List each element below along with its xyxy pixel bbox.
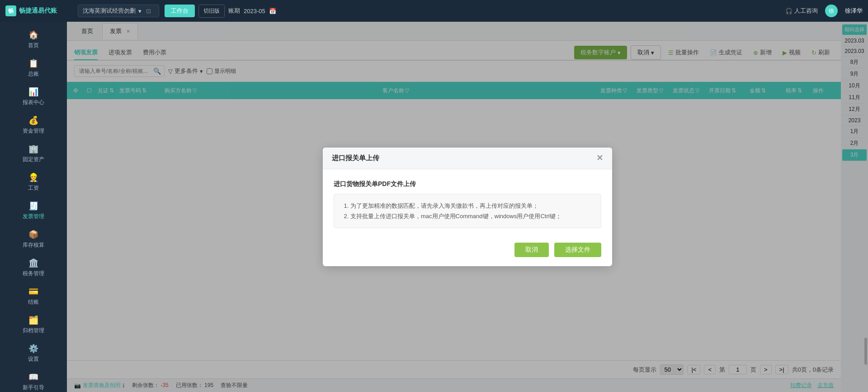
- payroll-icon: 👷: [28, 172, 38, 182]
- settings-icon: ⚙️: [28, 344, 38, 354]
- sidebar-label-funds: 资金管理: [23, 127, 44, 135]
- sidebar-label-inventory: 库存核算: [23, 241, 44, 249]
- sidebar-item-inventory[interactable]: 📦 库存核算: [0, 225, 67, 253]
- top-bar-actions: 工作台 切旧版 账期 2023-05 📅: [165, 5, 276, 18]
- dialog-info-box: 为了更加精准的数据匹配，请先录入海关缴款书，再上传对应的报关单； 支持批量上传进…: [334, 194, 601, 229]
- sidebar-label-archive: 归档管理: [23, 327, 44, 335]
- switch-old-button[interactable]: 切旧版: [198, 5, 225, 18]
- period-label: 账期: [228, 7, 240, 15]
- sidebar-item-settings[interactable]: ⚙️ 设置: [0, 339, 67, 368]
- headset-icon: 🎧: [785, 8, 793, 14]
- dialog-title: 进口报关单上传: [332, 154, 379, 163]
- dialog-footer: 取消 选择文件: [323, 235, 612, 266]
- copy-icon: ⊡: [146, 8, 151, 14]
- dialog-header: 进口报关单上传 ✕: [323, 148, 612, 169]
- sidebar-item-payroll[interactable]: 👷 工资: [0, 168, 67, 196]
- user-avatar: 徐: [825, 5, 838, 17]
- app-logo: 畅 畅捷通易代账: [5, 5, 72, 16]
- dialog-info-item-0: 为了更加精准的数据匹配，请先录入海关缴款书，再上传对应的报关单；: [350, 201, 594, 211]
- ledger-icon: 📋: [28, 58, 38, 68]
- support-label[interactable]: 🎧 人工咨询: [785, 7, 818, 15]
- top-bar-right: 🎧 人工咨询 徐 徐泽华: [785, 5, 863, 17]
- period-display: 账期 2023-05 📅: [228, 7, 276, 15]
- inventory-icon: 📦: [28, 229, 38, 239]
- company-selector[interactable]: 沈海英测试经营勿删 ▾ ⊡: [78, 5, 159, 17]
- sidebar-label-tax: 税务管理: [23, 270, 44, 277]
- import-customs-dialog: 进口报关单上传 ✕ 进口货物报关单PDF文件上传 为了更加精准的数据匹配，请先录…: [323, 148, 612, 267]
- tax-icon: 🏛️: [28, 258, 38, 268]
- sidebar-item-ledger[interactable]: 📋 总账: [0, 54, 67, 82]
- period-value: 2023-05: [244, 8, 265, 14]
- sidebar-item-guide[interactable]: 📖 新手引导: [0, 368, 67, 392]
- funds-icon: 💰: [28, 115, 38, 125]
- sidebar-item-assets[interactable]: 🏢 固定资产: [0, 139, 67, 168]
- dialog-body-title: 进口货物报关单PDF文件上传: [334, 180, 601, 188]
- close-accounts-icon: 💳: [28, 287, 38, 296]
- app-name: 畅捷通易代账: [19, 7, 57, 15]
- sidebar: 🏠 首页 📋 总账 📊 报表中心 💰 资金管理 🏢 固定资产 👷 工资 🧾 发票…: [0, 22, 67, 392]
- guide-icon: 📖: [28, 372, 38, 382]
- sidebar-item-home[interactable]: 🏠 首页: [0, 25, 67, 54]
- sidebar-item-archive[interactable]: 🗂️ 归档管理: [0, 311, 67, 339]
- dialog-close-button[interactable]: ✕: [596, 154, 603, 162]
- dialog-body: 进口货物报关单PDF文件上传 为了更加精准的数据匹配，请先录入海关缴款书，再上传…: [323, 169, 612, 236]
- calendar-icon: 📅: [269, 8, 276, 14]
- dialog-cancel-button[interactable]: 取消: [514, 243, 549, 257]
- sidebar-label-settings: 设置: [28, 355, 39, 363]
- sidebar-label-assets: 固定资产: [23, 156, 44, 163]
- logo-icon: 畅: [5, 5, 16, 16]
- sidebar-item-tax[interactable]: 🏛️ 税务管理: [0, 253, 67, 282]
- dialog-select-file-button[interactable]: 选择文件: [554, 243, 601, 257]
- sidebar-label-guide: 新手引导: [23, 384, 44, 392]
- assets-icon: 🏢: [28, 144, 38, 154]
- home-icon: 🏠: [28, 30, 38, 40]
- top-bar: 畅 畅捷通易代账 沈海英测试经营勿删 ▾ ⊡ 工作台 切旧版 账期 2023-0…: [0, 0, 868, 22]
- sidebar-item-close[interactable]: 💳 结账: [0, 282, 67, 311]
- sidebar-label-reports: 报表中心: [23, 99, 44, 106]
- archive-icon: 🗂️: [28, 315, 38, 325]
- workspace-button[interactable]: 工作台: [165, 5, 195, 17]
- sidebar-item-invoice[interactable]: 🧾 发票管理: [0, 196, 67, 225]
- dialog-overlay: 进口报关单上传 ✕ 进口货物报关单PDF文件上传 为了更加精准的数据匹配，请先录…: [67, 22, 868, 392]
- sidebar-label-invoice: 发票管理: [23, 213, 44, 220]
- sidebar-item-funds[interactable]: 💰 资金管理: [0, 111, 67, 139]
- sidebar-label-payroll: 工资: [28, 184, 39, 192]
- sidebar-label-close: 结账: [28, 298, 39, 306]
- chevron-down-icon: ▾: [138, 8, 142, 14]
- invoice-icon: 🧾: [28, 201, 38, 211]
- user-name: 徐泽华: [845, 7, 863, 15]
- sidebar-item-reports[interactable]: 📊 报表中心: [0, 82, 67, 111]
- sidebar-label-ledger: 总账: [28, 70, 39, 78]
- reports-icon: 📊: [28, 87, 38, 97]
- company-name: 沈海英测试经营勿删: [83, 7, 136, 15]
- dialog-info-item-1: 支持批量上传进口报关单，mac用户使用Command键，windows用户使用C…: [350, 211, 594, 221]
- sidebar-label-home: 首页: [28, 42, 39, 49]
